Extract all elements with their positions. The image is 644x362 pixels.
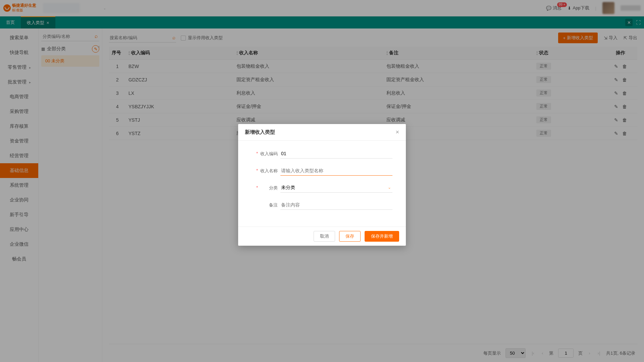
name-input[interactable]: [280, 166, 392, 176]
chevron-down-icon[interactable]: ⌄: [388, 185, 391, 190]
category-label: 分类: [252, 185, 280, 191]
name-label: 收入名称: [252, 168, 280, 174]
add-income-type-modal: 新增收入类型 × 收入编码 收入名称 分类 ⌄ 备注: [238, 124, 406, 246]
code-input[interactable]: [280, 149, 392, 159]
remark-input[interactable]: [280, 200, 392, 210]
save-button[interactable]: 保存: [339, 231, 361, 242]
code-label: 收入编码: [252, 151, 280, 157]
modal-overlay: 新增收入类型 × 收入编码 收入名称 分类 ⌄ 备注: [0, 0, 644, 362]
modal-title: 新增收入类型: [245, 129, 275, 135]
remark-label: 备注: [252, 202, 280, 208]
category-select[interactable]: [280, 183, 392, 193]
cancel-button[interactable]: 取消: [314, 231, 335, 242]
close-icon[interactable]: ×: [395, 129, 399, 136]
save-and-add-button[interactable]: 保存并新增: [365, 231, 399, 242]
